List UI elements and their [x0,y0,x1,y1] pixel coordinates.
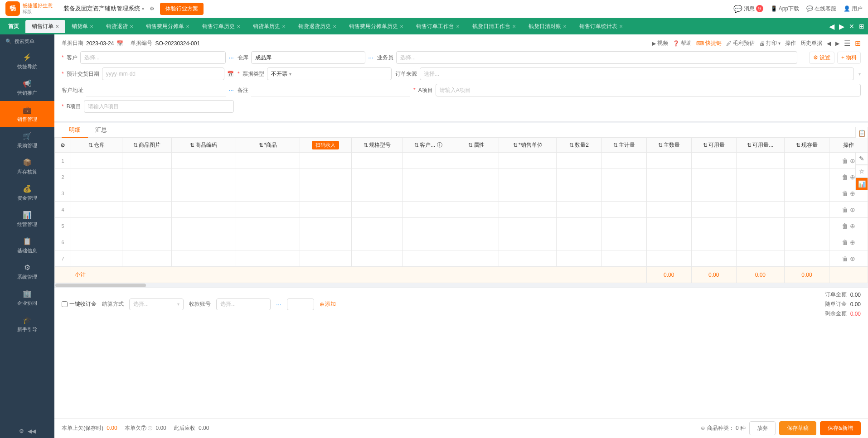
row-product[interactable] [236,202,300,218]
row-code[interactable] [172,185,236,202]
tab-summary[interactable]: 汇总 [88,123,114,138]
row-main-unit[interactable] [601,169,646,185]
close-icon[interactable]: ✕ [400,24,403,29]
row-spec[interactable] [351,169,402,185]
nav-expand-icon[interactable]: ⊞ [857,22,866,31]
settings-icon[interactable]: ⚙ [19,428,24,434]
view-video-button[interactable]: ▶ 视频 [652,39,668,47]
row-qty2[interactable] [557,185,601,202]
customer-expand-icon[interactable]: ··· [228,54,234,61]
row-product[interactable] [236,169,300,185]
row-customer-code[interactable] [402,202,454,218]
row-main-qty[interactable] [646,234,691,250]
nav-prev-icon[interactable]: ◀ [827,40,831,47]
right-tool-star[interactable]: ☆ [855,165,868,178]
row-qty2[interactable] [557,250,601,267]
warehouse-expand-icon[interactable]: ··· [368,54,373,61]
copy-icon[interactable]: ⊕ [850,173,855,181]
close-icon[interactable]: ✕ [55,24,59,29]
sidebar-item-basic[interactable]: 📋 基础信息 [0,232,54,259]
sidebar-item-quick-nav[interactable]: ⚡ 快捷导航 [0,48,54,75]
row-main-unit[interactable] [601,202,646,218]
row-unit[interactable] [499,169,557,185]
row-scan[interactable] [300,218,351,234]
scan-button[interactable]: 扫码录入 [312,141,339,149]
row-qty2[interactable] [557,169,601,185]
row-warehouse[interactable] [71,169,122,185]
tab-sales-fee[interactable]: 销售费用分摊单 ✕ [140,20,196,33]
row-available[interactable] [691,218,736,234]
one-click-checkbox-label[interactable]: 一键收订金 [62,300,97,308]
row-image[interactable] [122,202,172,218]
gear-icon[interactable]: ⚙ [60,142,65,149]
account-expand-icon[interactable]: ··· [276,301,281,308]
row-spec[interactable] [351,218,402,234]
sidebar-item-purchase[interactable]: 🛒 采购管理 [0,127,54,154]
row-main-unit[interactable] [601,234,646,250]
row-image[interactable] [122,218,172,234]
row-available[interactable] [691,169,736,185]
row-code[interactable] [172,234,236,250]
row-main-qty[interactable] [646,250,691,267]
row-available[interactable] [691,185,736,202]
copy-icon[interactable]: ⊕ [850,239,855,246]
sidebar-item-sales[interactable]: 💼 销售管理 [0,101,54,127]
profit-preview-button[interactable]: 🖊 毛利预估 [726,39,755,47]
shortcut-button[interactable]: ⌨ 快捷键 [696,39,722,47]
row-available2[interactable] [736,250,784,267]
tab-sales-stats[interactable]: 销售订单统计表 ✕ [573,20,629,33]
delete-icon[interactable]: 🗑 [842,222,848,230]
scroll-thumb[interactable] [55,284,146,287]
row-qty2[interactable] [557,202,601,218]
one-click-checkbox[interactable] [62,301,68,307]
row-current[interactable] [784,153,829,169]
row-product[interactable] [236,218,300,234]
horizontal-scrollbar[interactable] [54,283,868,288]
row-spec[interactable] [351,153,402,169]
operations-button[interactable]: 操作 [785,39,796,47]
order-source-input[interactable]: 选择... [420,67,854,80]
tab-daily-workbench[interactable]: 钱货日清工作台 ✕ [466,20,522,33]
row-attr[interactable] [454,234,499,250]
row-image[interactable] [122,185,172,202]
row-code[interactable] [172,202,236,218]
row-attr[interactable] [454,250,499,267]
tab-fee-history[interactable]: 销售费用分摊单历史 ✕ [343,20,410,33]
calendar-icon[interactable]: 📅 [227,71,234,77]
row-code[interactable] [172,153,236,169]
sidebar-item-inventory[interactable]: 📦 库存核算 [0,154,54,180]
row-spec[interactable] [351,185,402,202]
row-available[interactable] [691,250,736,267]
row-unit[interactable] [499,218,557,234]
sidebar-item-system[interactable]: ⚙ 系统管理 [0,259,54,285]
row-current[interactable] [784,250,829,267]
nav-prev-icon[interactable]: ◀ [827,22,836,31]
discard-button[interactable]: 放弃 [749,421,776,435]
right-tool-chart[interactable]: 📊 [855,178,868,190]
row-scan[interactable] [300,202,351,218]
calendar-icon[interactable]: 📅 [116,40,123,47]
row-product[interactable] [236,185,300,202]
row-customer-code[interactable] [402,250,454,267]
settings-icon[interactable]: ⚙ [148,4,156,14]
tab-sales-order[interactable]: 销售订单 ✕ [25,20,65,33]
row-scan[interactable] [300,250,351,267]
row-image[interactable] [122,169,172,185]
print-button[interactable]: 🖨 打印 ▾ [759,39,781,47]
row-unit[interactable] [499,185,557,202]
delete-icon[interactable]: 🗑 [842,255,848,262]
row-main-qty[interactable] [646,153,691,169]
nav-next-icon[interactable]: ▶ [835,40,839,47]
tab-order-workbench[interactable]: 销售订单工作台 ✕ [410,20,466,33]
solution-button[interactable]: 体验行业方案 [160,3,204,15]
history-button[interactable]: 历史单据 [800,39,822,47]
delete-icon[interactable]: 🗑 [842,206,848,213]
row-warehouse[interactable] [71,202,122,218]
user-button[interactable]: 👤 用户 [844,5,863,13]
tab-sales-order-history[interactable]: 销售订单历史 ✕ [196,20,247,33]
amount-input[interactable]: 0.00 [287,298,314,310]
copy-icon[interactable]: ⊕ [850,206,855,213]
account-select[interactable]: 选择... [216,298,271,310]
online-service-button[interactable]: 💬 在线客服 [806,5,836,13]
close-icon[interactable]: ✕ [333,24,336,29]
